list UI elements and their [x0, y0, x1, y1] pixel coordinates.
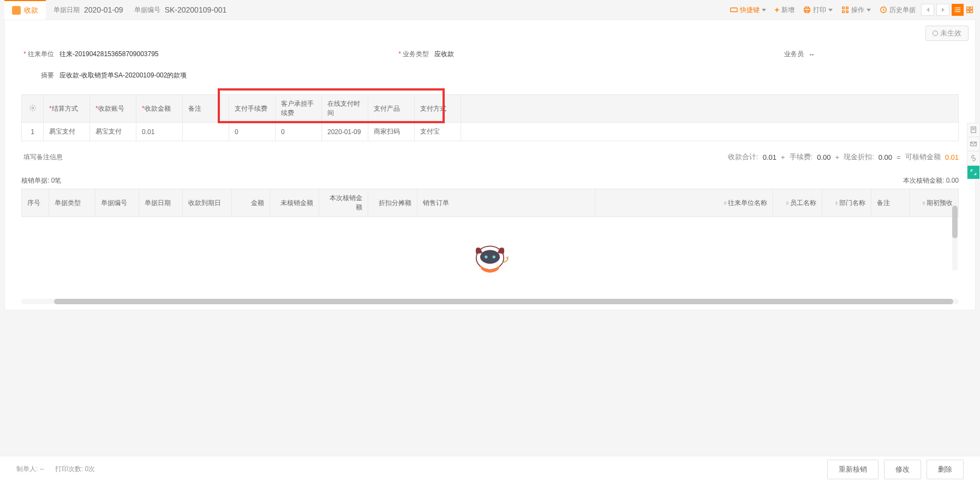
tab-receipt[interactable]: 收款: [4, 0, 46, 20]
vcol-doc-no: 单据编号: [95, 189, 139, 217]
chevron-down-icon: [762, 9, 766, 11]
side-tool-link[interactable]: [967, 151, 980, 165]
vcol-doc-type: 单据类型: [49, 189, 95, 217]
grid-icon: [841, 6, 849, 14]
prev-doc-button[interactable]: [921, 4, 934, 16]
chevron-down-icon: [867, 9, 871, 11]
svg-point-21: [480, 250, 500, 264]
col-blank: [461, 95, 959, 123]
vcol-unwriteoff: 未核销金额: [270, 189, 319, 217]
cell-customer-fee: 0: [276, 123, 322, 141]
horizontal-scrollbar[interactable]: [21, 299, 959, 304]
printer-icon: [803, 6, 811, 14]
top-actions: 快捷键 + 新增 打印 操作 历史单据: [727, 3, 976, 17]
fee-total: 0.00: [817, 153, 830, 161]
cell-pay-method: 支付宝: [415, 123, 461, 141]
svg-point-22: [485, 256, 487, 258]
totals-bar: 收款合计: 0.01 + 手续费: 0.00 + 现金折扣: 0.00 = 可核…: [728, 152, 959, 162]
doc-no-label: 单据编号: [134, 5, 160, 15]
sort-icon: [922, 201, 925, 205]
doc-date-label: 单据日期: [53, 5, 80, 15]
vcol-counterparty[interactable]: 往来单位名称: [595, 189, 773, 217]
keyboard-icon: [730, 6, 738, 14]
tab-label: 收款: [24, 5, 38, 15]
history-button[interactable]: 历史单据: [876, 3, 919, 17]
cell-receipt-amount: 0.01: [136, 123, 183, 141]
sort-icon: [835, 201, 838, 205]
verify-count: 核销单据: 0笔: [21, 176, 61, 185]
plus-icon: +: [775, 5, 779, 14]
svg-point-19: [32, 107, 34, 109]
biz-type-value: 应收款: [434, 50, 454, 59]
vcol-amount: 金额: [232, 189, 270, 217]
writeoff-amount: 0.01: [945, 153, 959, 161]
svg-rect-8: [846, 7, 848, 9]
grid2-icon: [966, 6, 973, 14]
view-list-button[interactable]: [952, 4, 964, 16]
note-icon: [970, 126, 977, 134]
col-customer-fee: 客户承担手续费: [276, 95, 322, 123]
scrollbar-thumb[interactable]: [952, 206, 958, 238]
chevron-right-icon: [942, 8, 945, 12]
side-tool-mail[interactable]: [967, 137, 980, 151]
verify-section: 核销单据: 0笔 本次核销金额: 0.00 序号 单据类型 单据编号 单据日期 …: [5, 167, 975, 299]
chevron-left-icon: [927, 8, 929, 12]
main-panel: 未生效 往来单位 往来-20190428153658709003795 业务类型…: [4, 20, 976, 310]
vcol-this-writeoff: 本次核销金额: [319, 189, 368, 217]
svg-rect-16: [970, 7, 972, 9]
add-button[interactable]: + 新增: [772, 3, 798, 17]
vcol-employee[interactable]: 员工名称: [773, 189, 822, 217]
counterparty-label: 往来单位: [21, 50, 54, 59]
summary-label: 摘要: [21, 71, 54, 80]
vertical-scrollbar[interactable]: [952, 200, 958, 271]
scrollbar-thumb[interactable]: [54, 299, 953, 304]
verify-this-amount: 本次核销金额: 0.00: [903, 176, 959, 185]
svg-rect-0: [731, 8, 737, 12]
shortcut-button[interactable]: 快捷键: [727, 3, 769, 17]
cell-remark: [183, 123, 229, 141]
side-tool-expand[interactable]: [967, 165, 980, 179]
cell-receipt-account: 易宝支付: [90, 123, 136, 141]
col-receipt-account: 收款账号: [90, 95, 136, 123]
vcol-dept[interactable]: 部门名称: [822, 189, 871, 217]
sort-icon: [786, 201, 789, 205]
svg-rect-15: [967, 7, 969, 9]
link-icon: [970, 154, 977, 162]
status-badge[interactable]: 未生效: [925, 26, 969, 41]
col-pay-product: 支付产品: [368, 95, 415, 123]
table-row[interactable]: 1 易宝支付 易宝支付 0.01 0 0 2020-01-09 商家扫码 支付宝: [22, 123, 959, 141]
svg-rect-10: [846, 11, 848, 13]
operator-label: 业务员: [771, 50, 804, 59]
summary-value: 应收款-收取销货单SA-20200109-002的款项: [59, 71, 187, 80]
cell-payment-fee: 0: [229, 123, 276, 141]
expand-icon: [970, 168, 977, 176]
list-icon: [954, 6, 961, 14]
doc-no-value: SK-20200109-001: [165, 5, 227, 14]
side-tool-note[interactable]: [967, 123, 980, 137]
vcol-prepay[interactable]: 期初预收: [910, 189, 959, 217]
empty-state: [21, 217, 959, 299]
operate-button[interactable]: 操作: [838, 3, 874, 17]
cell-online-pay-time: 2020-01-09: [322, 123, 368, 141]
receipt-icon: [12, 6, 21, 15]
cell-pay-product: 商家扫码: [368, 123, 415, 141]
svg-rect-7: [842, 7, 845, 9]
mail-icon: [970, 140, 977, 148]
vcol-remark: 备注: [871, 189, 910, 217]
vcol-discount-share: 折扣分摊额: [368, 189, 417, 217]
vcol-due-date: 收款到期日: [183, 189, 232, 217]
col-online-pay-time: 在线支付时间: [322, 95, 368, 123]
vcol-seq: 序号: [22, 189, 49, 217]
vcol-sales-order[interactable]: 销售订单: [417, 189, 595, 217]
view-grid-button[interactable]: [964, 4, 976, 16]
chevron-down-icon: [828, 9, 833, 11]
vcol-doc-date: 单据日期: [139, 189, 183, 217]
print-button[interactable]: 打印: [800, 3, 836, 17]
remark-input[interactable]: [21, 151, 240, 163]
next-doc-button[interactable]: [936, 4, 949, 16]
row-no: 1: [22, 123, 44, 141]
sort-icon: [724, 201, 727, 205]
counterparty-value: 往来-20190428153658709003795: [59, 50, 159, 59]
mascot-icon: [465, 233, 515, 282]
gear-header[interactable]: [22, 95, 44, 123]
